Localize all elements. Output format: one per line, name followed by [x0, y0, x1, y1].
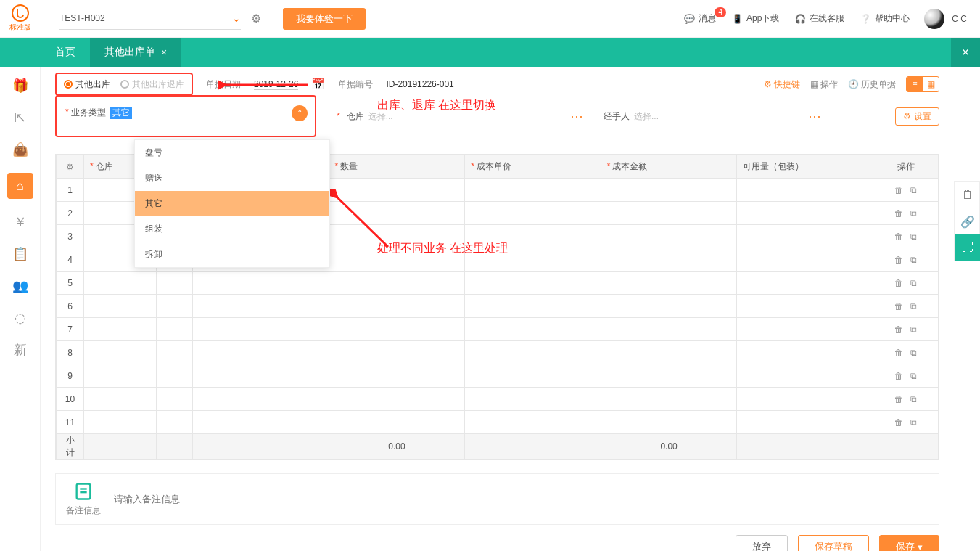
history-link[interactable]: 🕘 历史单据 — [848, 78, 896, 91]
radio-return[interactable]: 其他出库退库 — [120, 78, 184, 91]
note-icon[interactable]: 🗒 — [955, 182, 980, 208]
try-button[interactable]: 我要体验一下 — [283, 8, 366, 30]
warehouse-label: 仓库 — [347, 110, 364, 123]
chevron-up-icon[interactable]: ˄ — [292, 105, 308, 121]
nav-clipboard-icon[interactable]: 📋 — [12, 245, 29, 263]
message-badge: 4 — [715, 7, 726, 17]
table-row[interactable]: 11🗑⧉ — [57, 411, 939, 434]
more-icon[interactable]: ⋯ — [570, 108, 583, 124]
remarks-icon: 备注信息 — [66, 481, 101, 517]
user-avatar[interactable] — [924, 9, 944, 29]
biztype-field[interactable]: * 业务类型 其它 ˄ — [55, 95, 316, 137]
discard-button[interactable]: 放弃 — [736, 535, 788, 551]
tab-other-out[interactable]: 其他出库单 × — [90, 38, 181, 67]
close-all-tabs-button[interactable]: × — [951, 38, 980, 67]
nav-contacts-icon[interactable]: 👥 — [12, 277, 29, 295]
delete-row-icon[interactable]: 🗑 — [894, 232, 903, 242]
table-row[interactable]: 7🗑⧉ — [57, 318, 939, 341]
delete-row-icon[interactable]: 🗑 — [894, 255, 903, 265]
history-label: 历史单据 — [861, 78, 896, 91]
link-icon[interactable]: 🔗 — [955, 208, 980, 234]
biztype-option[interactable]: 拆卸 — [135, 242, 329, 267]
biztype-option[interactable]: 盘亏 — [135, 140, 329, 166]
copy-row-icon[interactable]: ⧉ — [910, 232, 917, 242]
copy-row-icon[interactable]: ⧉ — [910, 301, 917, 311]
remarks-label: 备注信息 — [66, 505, 101, 517]
nav-gift-icon[interactable]: 🎁 — [12, 77, 29, 94]
annotation-arrow-1 — [218, 74, 312, 96]
phone-icon: 📱 — [732, 14, 743, 24]
help-label: 帮助中心 — [875, 12, 910, 25]
app-download-link[interactable]: 📱 App下载 — [732, 12, 779, 25]
copy-row-icon[interactable]: ⧉ — [910, 417, 917, 428]
customer-service-link[interactable]: 🎧 在线客服 — [795, 12, 844, 25]
biztype-option[interactable]: 其它 — [135, 191, 329, 216]
row-number: 6 — [57, 295, 84, 318]
username[interactable]: C C — [952, 14, 967, 24]
tab-close-icon[interactable]: × — [161, 46, 167, 58]
remarks-input[interactable] — [114, 491, 928, 508]
delete-row-icon[interactable]: 🗑 — [894, 325, 903, 335]
delete-row-icon[interactable]: 🗑 — [894, 208, 903, 219]
copy-row-icon[interactable]: ⧉ — [910, 185, 917, 195]
ops-label: 操作 — [820, 78, 838, 91]
delete-row-icon[interactable]: 🗑 — [894, 417, 903, 428]
more-icon[interactable]: ⋯ — [808, 108, 821, 124]
messages-link[interactable]: 💬 消息 4 — [684, 12, 716, 25]
delete-row-icon[interactable]: 🗑 — [894, 348, 903, 358]
handler-field[interactable]: 经手人 选择... ⋯ — [604, 108, 821, 124]
nav-warehouse-icon[interactable]: ⌂ — [7, 173, 33, 199]
copy-row-icon[interactable]: ⧉ — [910, 348, 917, 358]
biztype-option[interactable]: 组装 — [135, 216, 329, 242]
logo-icon — [12, 4, 29, 22]
nav-sync-icon[interactable]: ◌ — [12, 309, 29, 327]
row-number: 5 — [57, 272, 84, 295]
table-settings-icon[interactable]: ⚙ — [57, 155, 84, 179]
shortcut-link[interactable]: ⚙ 快捷键 — [764, 78, 800, 91]
settings-gear-icon[interactable]: ⚙ — [251, 12, 261, 25]
nav-new-icon[interactable]: 新 — [12, 341, 29, 359]
expand-icon[interactable]: ⛶ — [955, 234, 980, 261]
delete-row-icon[interactable]: 🗑 — [894, 371, 903, 381]
table-row[interactable]: 10🗑⧉ — [57, 388, 939, 411]
tab-home[interactable]: 首页 — [41, 38, 90, 67]
table-row[interactable]: 9🗑⧉ — [57, 364, 939, 388]
table-row[interactable]: 6🗑⧉ — [57, 295, 939, 318]
delete-row-icon[interactable]: 🗑 — [894, 185, 903, 195]
shortcut-label: 快捷键 — [774, 78, 800, 91]
delete-row-icon[interactable]: 🗑 — [894, 278, 903, 288]
biztype-value: 其它 — [110, 107, 132, 119]
settings-button[interactable]: ⚙ 设置 — [895, 107, 939, 126]
company-select[interactable]: TEST-H002 ⌄ — [59, 8, 241, 30]
view-grid-icon[interactable]: ▦ — [923, 77, 939, 91]
copy-row-icon[interactable]: ⧉ — [910, 208, 917, 219]
table-row[interactable]: 8🗑⧉ — [57, 341, 939, 364]
warehouse-field[interactable]: *仓库 选择... ⋯ — [337, 108, 583, 124]
copy-row-icon[interactable]: ⧉ — [910, 394, 917, 404]
copy-row-icon[interactable]: ⧉ — [910, 278, 917, 288]
settings-label: 设置 — [914, 110, 931, 123]
warehouse-placeholder: 选择... — [368, 110, 393, 123]
save-button[interactable]: 保存 ▾ — [879, 535, 939, 551]
nav-money-icon[interactable]: ￥ — [12, 213, 29, 231]
view-list-icon[interactable]: ≡ — [907, 77, 923, 91]
message-icon: 💬 — [684, 14, 695, 24]
help-center-link[interactable]: ❔ 帮助中心 — [860, 12, 910, 25]
table-header: *成本金额 — [601, 155, 737, 179]
app-logo: 标准版 — [0, 4, 41, 33]
nav-in-icon[interactable]: ⇱ — [12, 109, 29, 126]
biztype-option[interactable]: 赠送 — [135, 166, 329, 191]
view-toggle: ≡ ▦ — [906, 76, 939, 92]
copy-row-icon[interactable]: ⧉ — [910, 325, 917, 335]
delete-row-icon[interactable]: 🗑 — [894, 394, 903, 404]
save-draft-button[interactable]: 保存草稿 — [798, 535, 869, 551]
nav-bag-icon[interactable]: 👜 — [12, 141, 29, 158]
calendar-icon[interactable]: 📅 — [311, 78, 325, 91]
radio-out[interactable]: 其他出库 — [64, 78, 110, 91]
delete-row-icon[interactable]: 🗑 — [894, 301, 903, 311]
ops-link[interactable]: ▦ 操作 — [810, 78, 838, 91]
copy-row-icon[interactable]: ⧉ — [910, 255, 917, 265]
radio-out-label: 其他出库 — [75, 78, 110, 91]
table-row[interactable]: 5🗑⧉ — [57, 272, 939, 295]
copy-row-icon[interactable]: ⧉ — [910, 371, 917, 381]
